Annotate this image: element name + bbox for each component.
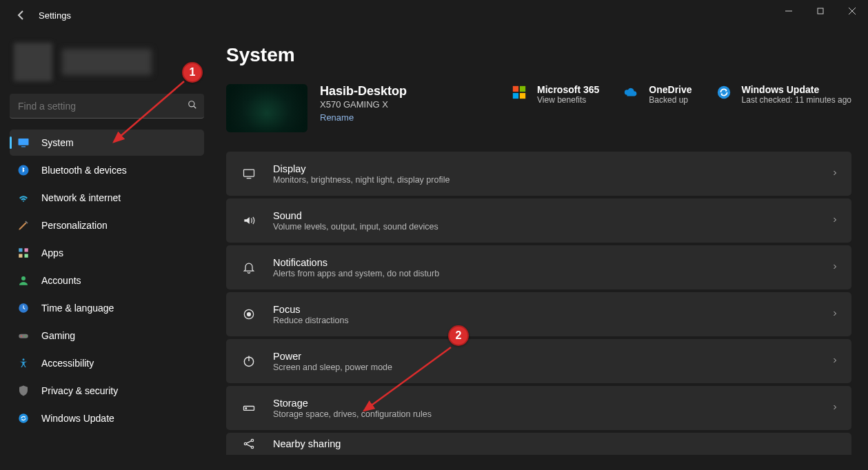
chevron-right-icon — [831, 262, 839, 273]
sidebar-item-label: Accessibility — [41, 358, 94, 369]
user-profile[interactable] — [10, 36, 204, 92]
row-title: Display — [273, 163, 816, 174]
maximize-button[interactable] — [805, 0, 836, 22]
row-desc: Monitors, brightness, night light, displ… — [273, 175, 816, 185]
svg-point-19 — [19, 413, 28, 423]
close-button[interactable] — [836, 0, 868, 22]
device-name: Hasib-Desktop — [320, 84, 407, 99]
row-title: Sound — [273, 210, 816, 221]
sidebar-item-label: Privacy & security — [41, 385, 118, 396]
svg-point-18 — [23, 358, 25, 360]
svg-rect-11 — [19, 254, 22, 258]
person-icon — [17, 274, 30, 287]
microsoft-icon — [511, 84, 527, 101]
power-icon — [240, 352, 258, 370]
svg-rect-21 — [520, 86, 525, 92]
system-icon — [17, 136, 30, 150]
row-storage[interactable]: Storage Storage space, drives, configura… — [226, 386, 851, 430]
shield-icon — [17, 384, 30, 398]
sidebar-item-label: Personalization — [41, 220, 108, 231]
svg-point-35 — [251, 446, 253, 448]
share-icon — [240, 435, 258, 453]
sidebar-item-privacy[interactable]: Privacy & security — [10, 378, 204, 404]
svg-point-13 — [21, 276, 26, 280]
tile-title: OneDrive — [649, 84, 692, 95]
tile-sub: Backed up — [649, 95, 692, 105]
row-sound[interactable]: Sound Volume levels, output, input, soun… — [226, 198, 851, 243]
sidebar-item-windows-update[interactable]: Windows Update — [10, 405, 204, 431]
row-title: Focus — [273, 304, 816, 315]
user-name-redacted — [62, 49, 152, 75]
chevron-right-icon — [831, 309, 839, 320]
sidebar-item-time-language[interactable]: Time & language — [10, 295, 204, 321]
sidebar-item-label: Network & internet — [41, 192, 121, 203]
tile-sub: View benefits — [537, 95, 599, 105]
row-desc: Storage space, drives, configuration rul… — [273, 409, 816, 419]
chevron-right-icon — [831, 215, 839, 226]
sidebar-item-accessibility[interactable]: Accessibility — [10, 350, 204, 376]
back-button[interactable] — [12, 7, 29, 23]
tile-microsoft365[interactable]: Microsoft 365 View benefits — [511, 84, 599, 105]
sidebar-item-bluetooth[interactable]: Bluetooth & devices — [10, 157, 204, 183]
sidebar-item-system[interactable]: System — [10, 130, 204, 156]
sidebar-item-personalization[interactable]: Personalization — [10, 212, 204, 238]
svg-rect-20 — [513, 86, 518, 92]
content: System Hasib-Desktop X570 GAMING X Renam… — [214, 30, 868, 470]
svg-rect-6 — [19, 139, 29, 145]
device-header: Hasib-Desktop X570 GAMING X Rename Micro… — [226, 84, 851, 132]
svg-point-16 — [21, 336, 22, 337]
svg-point-28 — [248, 313, 251, 316]
tile-title: Windows Update — [742, 84, 851, 95]
tile-title: Microsoft 365 — [537, 84, 599, 95]
clock-icon — [17, 301, 30, 315]
svg-line-36 — [247, 441, 252, 443]
svg-rect-9 — [19, 248, 22, 252]
update-icon — [716, 84, 732, 101]
device-thumbnail[interactable] — [226, 84, 307, 132]
row-notifications[interactable]: Notifications Alerts from apps and syste… — [226, 245, 851, 289]
chevron-right-icon — [831, 402, 839, 413]
svg-line-5 — [194, 106, 196, 109]
svg-rect-25 — [244, 170, 254, 176]
avatar — [14, 43, 52, 81]
bell-icon — [240, 258, 258, 276]
search-box[interactable] — [10, 94, 204, 119]
row-desc: Alerts from apps and system, do not dist… — [273, 269, 816, 278]
tile-onedrive[interactable]: OneDrive Backed up — [623, 84, 692, 105]
search-input[interactable] — [18, 101, 188, 112]
rename-link[interactable]: Rename — [320, 112, 354, 123]
svg-point-32 — [245, 408, 247, 409]
minimize-button[interactable] — [773, 0, 805, 22]
svg-rect-23 — [520, 93, 525, 99]
wifi-icon — [17, 191, 30, 205]
chevron-right-icon — [831, 356, 839, 367]
titlebar: Settings — [0, 0, 868, 30]
sidebar-item-apps[interactable]: Apps — [10, 240, 204, 266]
row-title: Notifications — [273, 257, 816, 268]
row-focus[interactable]: Focus Reduce distractions — [226, 292, 851, 336]
row-desc: Reduce distractions — [273, 316, 816, 325]
sound-icon — [240, 212, 258, 229]
storage-icon — [240, 399, 258, 417]
svg-point-17 — [25, 336, 26, 337]
sidebar-item-accounts[interactable]: Accounts — [10, 267, 204, 294]
sidebar-item-label: System — [41, 137, 74, 148]
sidebar-item-label: Time & language — [41, 303, 114, 314]
row-power[interactable]: Power Screen and sleep, power mode — [226, 339, 851, 383]
sidebar-item-network[interactable]: Network & internet — [10, 185, 204, 211]
focus-icon — [240, 305, 258, 323]
row-title: Power — [273, 351, 816, 362]
svg-point-4 — [189, 101, 194, 107]
device-model: X570 GAMING X — [320, 99, 407, 110]
page-title: System — [226, 44, 851, 66]
sidebar-item-label: Bluetooth & devices — [41, 165, 127, 176]
paintbrush-icon — [17, 218, 30, 232]
apps-icon — [17, 246, 30, 260]
tile-windows-update[interactable]: Windows Update Last checked: 11 minutes … — [716, 84, 851, 105]
row-nearby-sharing[interactable]: Nearby sharing — [226, 433, 851, 455]
bluetooth-icon — [17, 163, 30, 177]
row-display[interactable]: Display Monitors, brightness, night ligh… — [226, 152, 851, 196]
svg-point-33 — [244, 442, 246, 445]
sidebar-item-gaming[interactable]: Gaming — [10, 323, 204, 349]
tile-sub: Last checked: 11 minutes ago — [742, 95, 851, 105]
